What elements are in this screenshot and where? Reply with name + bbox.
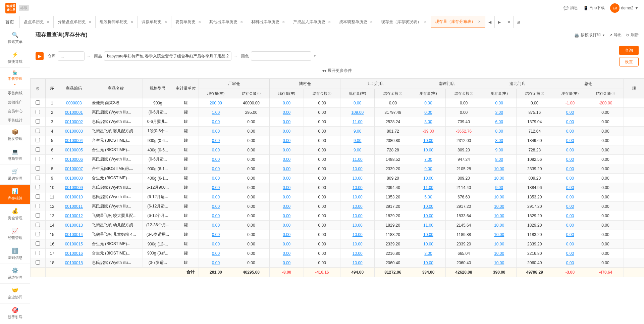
sidebar-item-retail-stats[interactable]: 零售统计 bbox=[0, 116, 30, 125]
changjia-qty[interactable]: 0.00 bbox=[199, 155, 233, 164]
nanan-qty[interactable]: 3.00 bbox=[411, 249, 445, 258]
jiangbei-qty[interactable]: 9.00 bbox=[340, 145, 375, 155]
row-checkbox[interactable] bbox=[36, 241, 40, 246]
lucun-qty[interactable]: 0.00 bbox=[270, 155, 304, 164]
sidebar-item-operation[interactable]: 📈 经营管理 bbox=[0, 224, 30, 244]
row-checkbox[interactable] bbox=[36, 100, 40, 105]
row-code[interactable]: 00100012 bbox=[59, 211, 89, 221]
zongcang-qty[interactable]: 0.00 bbox=[553, 249, 587, 258]
row-code[interactable]: 00100009 bbox=[59, 183, 89, 192]
jiangbei-qty[interactable]: 10.00 bbox=[340, 192, 375, 202]
zongcang-qty[interactable]: 0.00 bbox=[553, 192, 587, 202]
message-btn[interactable]: 💬 消息 bbox=[564, 5, 578, 11]
code-link[interactable]: 00100010 bbox=[65, 195, 83, 199]
th-gear[interactable]: ⚙ bbox=[31, 79, 46, 98]
row-checkbox-cell[interactable] bbox=[31, 202, 46, 211]
row-checkbox[interactable] bbox=[36, 166, 40, 171]
jiangbei-qty[interactable]: 10.00 bbox=[340, 174, 375, 183]
yubei-qty[interactable]: 8.00 bbox=[482, 155, 516, 164]
row-checkbox-cell[interactable] bbox=[31, 183, 46, 192]
settings-button[interactable]: 设置 bbox=[619, 57, 639, 66]
row-code[interactable]: 00100015 bbox=[59, 239, 89, 249]
sidebar-item-guide[interactable]: 🎯 新手引导 bbox=[0, 304, 30, 323]
nanan-qty[interactable]: 11.00 bbox=[411, 221, 445, 230]
yubei-qty[interactable]: 10.00 bbox=[482, 258, 516, 268]
code-link[interactable]: 00100011 bbox=[65, 204, 83, 209]
goods-input[interactable] bbox=[104, 51, 231, 61]
nanan-qty[interactable]: 0.00 bbox=[411, 108, 445, 117]
zongcang-qty[interactable]: 0.00 bbox=[553, 136, 587, 145]
jiangbei-qty[interactable]: 10.00 bbox=[340, 258, 375, 268]
warehouse-more[interactable]: ··· bbox=[87, 54, 90, 58]
jiangbei-qty[interactable]: 9.00 bbox=[340, 127, 375, 136]
jiangbei-qty[interactable]: 11.00 bbox=[340, 155, 375, 164]
lucun-qty[interactable]: 0.00 bbox=[270, 164, 304, 174]
row-checkbox[interactable] bbox=[36, 110, 40, 114]
yubei-qty[interactable]: 10.00 bbox=[482, 230, 516, 239]
sidebar-item-finance[interactable]: 💰 资金管理 bbox=[0, 204, 30, 224]
code-link[interactable]: 00100001 bbox=[65, 110, 83, 115]
sidebar-item-mall[interactable]: 零售商城 bbox=[0, 89, 30, 98]
code-link[interactable]: 00100013 bbox=[65, 223, 83, 228]
row-checkbox[interactable] bbox=[36, 176, 40, 180]
code-link[interactable]: 00100016 bbox=[65, 251, 83, 256]
changjia-qty[interactable]: 0.00 bbox=[199, 230, 233, 239]
zongcang-qty[interactable]: 0.00 bbox=[553, 230, 587, 239]
goods-more[interactable]: ··· bbox=[233, 54, 237, 58]
sidebar-item-inventory[interactable]: 📊 库存核算 bbox=[0, 185, 30, 204]
changjia-qty[interactable]: 0.00 bbox=[199, 211, 233, 221]
lucun-qty[interactable]: 0.00 bbox=[270, 136, 304, 145]
tab-close-all-btn[interactable]: ✕ bbox=[504, 16, 513, 28]
code-link[interactable]: 00100003 bbox=[65, 129, 83, 134]
nanan-qty[interactable]: 10.00 bbox=[411, 239, 445, 249]
code-link[interactable]: 00100018 bbox=[65, 261, 83, 265]
tab-5-close[interactable]: ✕ bbox=[198, 20, 201, 24]
changjia-qty[interactable]: 0.00 bbox=[199, 258, 233, 268]
row-checkbox-cell[interactable] bbox=[31, 108, 46, 117]
row-code[interactable]: 00100008 bbox=[59, 174, 89, 183]
sidebar-item-search[interactable]: 🔍 搜索英单 bbox=[0, 28, 30, 48]
tab-3-close[interactable]: ✕ bbox=[130, 20, 133, 24]
code-link[interactable]: 0000003 bbox=[66, 101, 82, 105]
lucun-qty[interactable]: 0.00 bbox=[270, 249, 304, 258]
filter-arrow-btn[interactable]: ▶ bbox=[36, 52, 44, 60]
code-link[interactable]: 00100008 bbox=[65, 176, 83, 181]
row-checkbox[interactable] bbox=[36, 185, 40, 189]
tab-2-close[interactable]: ✕ bbox=[89, 20, 91, 24]
lucun-qty[interactable]: 0.00 bbox=[270, 174, 304, 183]
yubei-qty[interactable]: 6.00 bbox=[482, 117, 516, 127]
nanan-qty[interactable]: 7.00 bbox=[411, 155, 445, 164]
nanan-qty[interactable]: 5.00 bbox=[411, 192, 445, 202]
tab-6[interactable]: 其他出库单历史 ✕ bbox=[205, 16, 247, 28]
code-link[interactable]: 00100007 bbox=[65, 167, 83, 171]
row-code[interactable]: 00100006 bbox=[59, 155, 89, 164]
code-link[interactable]: 00100015 bbox=[65, 242, 83, 246]
nanan-qty[interactable]: 10.00 bbox=[411, 174, 445, 183]
zongcang-qty[interactable]: 0.00 bbox=[553, 117, 587, 127]
row-checkbox-cell[interactable] bbox=[31, 211, 46, 221]
gear-icon[interactable]: ⚙ bbox=[36, 86, 40, 91]
nanan-qty[interactable]: 10.00 bbox=[411, 258, 445, 268]
tab-next-btn[interactable]: ▶ bbox=[494, 16, 504, 28]
changjia-qty[interactable]: 0.00 bbox=[199, 136, 233, 145]
yubei-qty[interactable]: 9.00 bbox=[482, 145, 516, 155]
zongcang-qty[interactable]: 0.00 bbox=[553, 202, 587, 211]
changjia-qty[interactable]: 0.00 bbox=[199, 174, 233, 183]
tab-7-close[interactable]: ✕ bbox=[282, 20, 285, 24]
tab-2[interactable]: 分量盘点单历史 ✕ bbox=[54, 16, 96, 28]
yubei-qty[interactable]: 10.00 bbox=[482, 202, 516, 211]
tab-10-close[interactable]: ✕ bbox=[424, 20, 427, 24]
tab-3[interactable]: 组装拆卸单历史 ✕ bbox=[96, 16, 138, 28]
sidebar-item-marketing[interactable]: 营销推广 bbox=[0, 98, 30, 107]
jiangbei-qty[interactable]: 11.00 bbox=[340, 117, 375, 127]
row-code[interactable]: 00100001 bbox=[59, 108, 89, 117]
zongcang-qty[interactable]: 0.00 bbox=[553, 155, 587, 164]
row-code[interactable]: 00100002 bbox=[59, 117, 89, 127]
tab-10[interactable]: 现存量（库存状况表） ✕ bbox=[377, 16, 431, 28]
changjia-qty[interactable]: 0.00 bbox=[199, 145, 233, 155]
nanan-qty[interactable]: 0.00 bbox=[411, 98, 445, 108]
jiangbei-qty[interactable]: 10.00 bbox=[340, 164, 375, 174]
tab-11-close[interactable]: ✕ bbox=[478, 20, 481, 24]
tab-7[interactable]: 材料出库单历史 ✕ bbox=[247, 16, 289, 28]
nanan-qty[interactable]: 10.00 bbox=[411, 230, 445, 239]
